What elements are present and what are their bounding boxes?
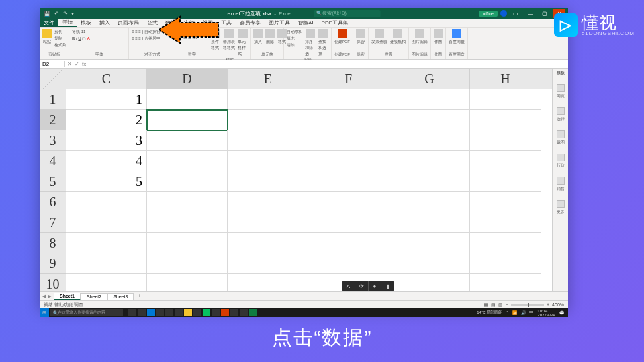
ft-btn-a[interactable]: A xyxy=(342,281,355,291)
start-button[interactable]: ⊞ xyxy=(40,308,49,317)
cell-D5[interactable] xyxy=(147,171,228,192)
cut-button[interactable]: 剪切 xyxy=(54,29,66,35)
cell-H9[interactable] xyxy=(470,253,541,274)
cell-G3[interactable] xyxy=(389,130,470,151)
cell-H3[interactable] xyxy=(470,130,541,151)
view-pagebreak-icon[interactable]: ▥ xyxy=(498,302,503,308)
tray-wifi-icon[interactable]: 📶 xyxy=(512,310,517,315)
tb-app-edge[interactable] xyxy=(147,309,155,316)
cell-G9[interactable] xyxy=(389,253,470,274)
col-header-g[interactable]: G xyxy=(389,69,470,89)
underline-button[interactable]: U xyxy=(78,36,81,40)
cell-C6[interactable] xyxy=(66,192,147,212)
search-box[interactable]: 🔍 搜索(Alt+Q) xyxy=(314,10,380,17)
col-header-c[interactable]: C xyxy=(66,69,147,89)
invoice-b-button[interactable]: 进项抵扣 xyxy=(390,29,406,45)
cell-H4[interactable] xyxy=(470,151,541,171)
cell-H5[interactable] xyxy=(470,171,541,192)
cell-C8[interactable] xyxy=(66,233,147,253)
cell-G10[interactable] xyxy=(389,274,470,291)
font-select[interactable]: 等线 xyxy=(72,30,80,34)
cell-F4[interactable] xyxy=(308,151,389,171)
cell-E5[interactable] xyxy=(228,171,308,192)
col-header-h[interactable]: H xyxy=(470,69,541,89)
numformat-btns[interactable]: % ‰ .0 .00 xyxy=(178,36,198,40)
tb-app-10[interactable] xyxy=(212,309,220,316)
fontsize-select[interactable]: 11 xyxy=(81,30,86,34)
tab-review[interactable]: 审阅 xyxy=(180,19,199,27)
row-header-1[interactable]: 1 xyxy=(40,89,66,110)
side-item-1[interactable]: 选择 xyxy=(557,107,565,122)
cell-E8[interactable] xyxy=(228,233,308,253)
row-header-5[interactable]: 5 xyxy=(40,171,66,192)
taskbar-search[interactable]: 🔍 在这里输入你要搜索的内容 xyxy=(50,309,123,316)
cell-C9[interactable] xyxy=(66,253,147,274)
qat-more-icon[interactable]: ▾ xyxy=(71,11,74,17)
minimize-button[interactable]: — xyxy=(524,9,536,18)
col-header-e[interactable]: E xyxy=(228,69,308,89)
cell-D1[interactable] xyxy=(147,89,228,110)
cell-D4[interactable] xyxy=(147,151,228,171)
cell-C5[interactable]: 5 xyxy=(66,171,147,192)
cellstyle-button[interactable]: 单元格样式 xyxy=(238,29,248,57)
italic-button[interactable]: I xyxy=(76,36,77,40)
tb-app-wechat[interactable] xyxy=(203,309,210,316)
row-header-2[interactable]: 2 xyxy=(40,110,66,130)
insert-button[interactable]: 插入 xyxy=(253,29,263,45)
align-row2[interactable]: ≡ ≡ ≡ | 合并居中 xyxy=(132,36,160,42)
side-item-4[interactable]: 销售 xyxy=(557,177,565,192)
fill-button[interactable]: 填充 xyxy=(287,36,302,42)
tab-tools[interactable]: 工具 xyxy=(217,19,236,27)
zoom-level[interactable]: 400% xyxy=(552,302,564,307)
cell-E2[interactable] xyxy=(228,110,308,130)
qat-save-icon[interactable]: 💾 xyxy=(44,11,50,17)
name-box[interactable]: D2 xyxy=(40,61,65,67)
weather-widget[interactable]: 14°C 局部晴朗 xyxy=(477,310,502,316)
cell-H1[interactable] xyxy=(470,89,541,110)
view-pagelayout-icon[interactable]: ▤ xyxy=(491,302,496,308)
draw-button[interactable]: 作图 xyxy=(434,29,443,45)
side-item-0[interactable]: 网页 xyxy=(557,84,565,99)
cell-H10[interactable] xyxy=(470,274,541,291)
baidu-button[interactable]: 百度网盘 xyxy=(449,29,465,45)
numformat-select[interactable]: 常规 xyxy=(178,29,198,35)
autosum-button[interactable]: 自动求和 xyxy=(287,29,302,35)
sheet-nav[interactable]: ◀▶ xyxy=(40,294,54,299)
cell-G5[interactable] xyxy=(389,171,470,192)
tb-app-13[interactable] xyxy=(240,309,248,316)
sheet-tab-1[interactable]: Sheet1 xyxy=(54,293,81,300)
cell-D2[interactable] xyxy=(147,110,228,130)
cell-G7[interactable] xyxy=(389,212,470,233)
copy-button[interactable]: 复制 xyxy=(54,36,66,42)
tab-picture[interactable]: 图片工具 xyxy=(265,19,294,27)
cell-D3[interactable] xyxy=(147,130,228,151)
tab-insert[interactable]: 插入 xyxy=(95,19,114,27)
cell-F9[interactable] xyxy=(308,253,389,274)
tab-file[interactable]: 文件 xyxy=(40,19,58,27)
tb-app-4[interactable] xyxy=(156,309,164,316)
cell-C3[interactable]: 3 xyxy=(66,130,147,151)
cell-E7[interactable] xyxy=(228,212,308,233)
tb-app-excel[interactable] xyxy=(249,309,257,316)
picedit-button[interactable]: 图片编辑 xyxy=(412,29,428,45)
cell-G2[interactable] xyxy=(389,110,470,130)
cell-F6[interactable] xyxy=(308,192,389,212)
tab-ai[interactable]: 智能AI xyxy=(294,19,318,27)
cell-D6[interactable] xyxy=(147,192,228,212)
tb-app-5[interactable] xyxy=(165,309,173,316)
side-item-3[interactable]: 行政 xyxy=(557,154,565,169)
sheet-tab-2[interactable]: Sheet2 xyxy=(81,293,107,300)
select-all-corner[interactable] xyxy=(40,69,66,89)
ft-btn-c[interactable]: ● xyxy=(369,281,382,291)
cell-E4[interactable] xyxy=(228,151,308,171)
cell-D8[interactable] xyxy=(147,233,228,253)
cell-F3[interactable] xyxy=(308,130,389,151)
cell-C1[interactable]: 1 xyxy=(66,89,147,110)
align-row[interactable]: ≡ ≡ ≡ | 自动换行 xyxy=(132,29,160,35)
tab-pdf[interactable]: PDF工具集 xyxy=(318,19,352,27)
delete-button[interactable]: 删除 xyxy=(265,29,275,45)
cell-C7[interactable] xyxy=(66,212,147,233)
ribbon-opts-icon[interactable]: ▭ xyxy=(510,9,522,18)
tray-chevron-icon[interactable]: ˄ xyxy=(506,310,508,315)
tray-ime-icon[interactable]: 中 xyxy=(529,310,533,316)
